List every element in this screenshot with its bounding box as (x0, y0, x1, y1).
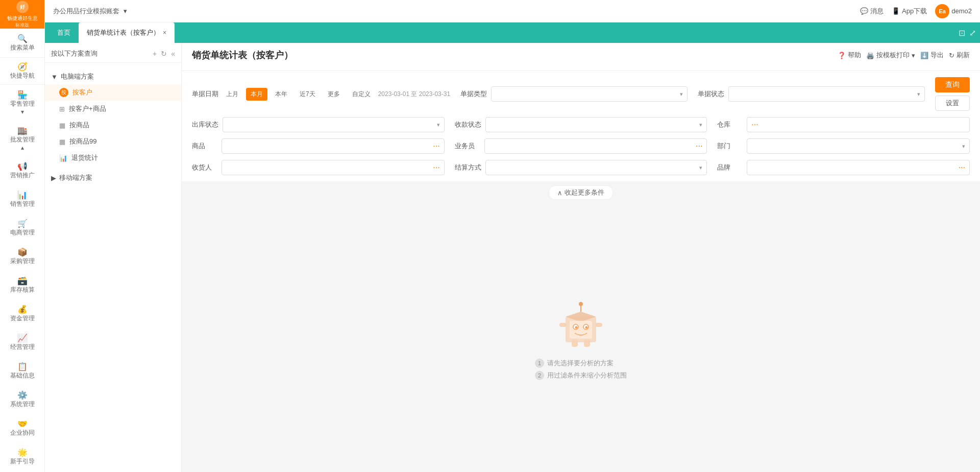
date-btn-this-year[interactable]: 本年 (271, 88, 292, 101)
refresh-btn[interactable]: ↻ 刷新 (949, 51, 970, 60)
collapse-panel-icon[interactable]: « (171, 50, 175, 58)
tab-active[interactable]: 销货单统计表（按客户） × (79, 22, 175, 43)
salesman-label: 业务员 (455, 141, 480, 151)
scheme-item-goods99[interactable]: ▦ 按商品99 (45, 133, 181, 150)
tab-bar-actions: ⊡ ⤢ (959, 28, 976, 38)
sidebar-item-retail[interactable]: 🏪 零售管理 ▾ (0, 85, 44, 121)
brand-select[interactable]: ··· (747, 160, 970, 175)
export-label: 导出 (930, 51, 944, 60)
warehouse-select[interactable]: ··· (747, 117, 970, 132)
by-customer-icon: 按 (59, 88, 68, 97)
user-menu[interactable]: Ea demo2 (935, 4, 972, 18)
tab-minimize-icon[interactable]: ⊡ (959, 28, 965, 38)
left-panel: 按以下方案查询 + ↻ « ▼ 电脑端方案 按 按客户 (45, 43, 182, 472)
payment-status-select[interactable]: ▾ (485, 117, 707, 132)
help-btn[interactable]: ❓ 帮助 (838, 51, 861, 60)
scheme-item-customer-goods[interactable]: ⊞ 按客户+商品 (45, 101, 181, 117)
enterprise-label: 企业协同 (10, 429, 35, 437)
setting-button[interactable]: 设置 (935, 96, 970, 111)
enterprise-icon: 🤝 (17, 419, 28, 429)
tab-maximize-icon[interactable]: ⤢ (969, 28, 976, 38)
payment-status-dropdown-icon: ▾ (699, 122, 702, 128)
message-btn[interactable]: 💬 消息 (860, 7, 884, 16)
sales-label: 销售管理 (10, 200, 35, 208)
left-panel-actions: + ↻ « (153, 50, 175, 58)
sidebar-item-sales[interactable]: 📊 销售管理 (0, 185, 44, 214)
salesman-select[interactable]: ··· (484, 138, 707, 154)
export-btn[interactable]: ⬇️ 导出 (920, 51, 944, 60)
sidebar-item-business[interactable]: 📈 经营管理 (0, 328, 44, 357)
scheme-item-by-goods[interactable]: ▦ 按商品 (45, 117, 181, 133)
print-btn[interactable]: 🖨️ 按模板打印 ▾ (866, 51, 915, 60)
return-stats-label: 退货统计 (71, 153, 98, 162)
goods-dots[interactable]: ··· (433, 141, 439, 151)
tip-num-1: 1 (535, 359, 544, 368)
date-btn-more[interactable]: 更多 (323, 88, 345, 101)
order-type-select[interactable]: ▾ (491, 86, 688, 102)
refresh-label: 刷新 (957, 51, 970, 60)
desktop-group-label: 电脑端方案 (61, 72, 94, 81)
warehouse-label: 仓库 (717, 120, 743, 129)
scheme-group-mobile-header[interactable]: ▶ 移动端方案 (45, 170, 181, 185)
date-btn-7days[interactable]: 近7天 (295, 88, 320, 101)
delivery-select[interactable]: ▾ (223, 117, 445, 132)
sidebar-item-marketing[interactable]: 📢 营销推广 (0, 156, 44, 185)
industry-dropdown-icon[interactable]: ▾ (124, 7, 127, 15)
sidebar-item-wholesale[interactable]: 🏬 批发管理 ▴ (0, 121, 44, 156)
order-status-select[interactable]: ▾ (728, 86, 925, 102)
refresh-icon: ↻ (949, 52, 954, 59)
date-range: 2023-03-01 至 2023-03-31 (378, 90, 450, 99)
date-btn-last-month[interactable]: 上月 (222, 88, 243, 101)
brand-label: 品牌 (717, 163, 743, 172)
sidebar-item-finance[interactable]: 💰 资金管理 (0, 299, 44, 328)
add-scheme-icon[interactable]: + (153, 50, 157, 58)
payment-method-select[interactable]: ▾ (485, 160, 707, 175)
home-tab-label: 首页 (57, 28, 70, 37)
date-btn-this-month[interactable]: 本月 (246, 88, 267, 101)
goods-select[interactable]: ··· (222, 138, 445, 154)
sales-icon: 📊 (17, 190, 28, 200)
sidebar-quick-nav[interactable]: 🧭 快捷导航 (0, 58, 44, 85)
scheme-group-desktop-header[interactable]: ▼ 电脑端方案 (45, 69, 181, 84)
svg-rect-4 (570, 321, 592, 339)
active-tab-label: 销货单统计表（按客户） (87, 28, 160, 37)
receiver-label: 收货人 (192, 163, 217, 172)
order-status-label: 单据状态 (698, 89, 724, 99)
svg-text:好: 好 (19, 4, 26, 10)
query-button[interactable]: 查询 (935, 77, 970, 92)
refresh-scheme-icon[interactable]: ↻ (161, 50, 167, 58)
app-download-btn[interactable]: 📱 App下载 (892, 7, 927, 16)
filter-row-1: 单据日期 上月 本月 本年 近7天 更多 自定义 2023-03-01 至 20… (192, 77, 970, 111)
date-btn-custom[interactable]: 自定义 (348, 88, 375, 101)
date-filter: 上月 本月 本年 近7天 更多 自定义 (222, 88, 375, 101)
right-content: 销货单统计表（按客户） ❓ 帮助 🖨️ 按模板打印 ▾ ⬇️ (182, 43, 980, 472)
logo-icon: 好 (14, 0, 31, 14)
scheme-item-by-customer[interactable]: 按 按客户 (45, 84, 181, 101)
wholesale-icon: 🏬 (17, 126, 28, 135)
compass-icon: 🧭 (17, 62, 28, 72)
basic-label: 基础信息 (10, 371, 35, 380)
sidebar-item-newbie[interactable]: 🌟 新手引导 (0, 442, 44, 471)
sidebar-item-basic[interactable]: 📋 基础信息 (0, 357, 44, 385)
warehouse-dots[interactable]: ··· (751, 120, 758, 129)
sidebar-item-procurement[interactable]: 📦 采购管理 (0, 242, 44, 271)
sidebar-item-enterprise[interactable]: 🤝 企业协同 (0, 414, 44, 442)
tab-close-icon[interactable]: × (163, 29, 166, 36)
brand-dots[interactable]: ··· (959, 163, 965, 172)
marketing-icon: 📢 (17, 161, 28, 171)
salesman-dots[interactable]: ··· (696, 141, 702, 151)
sidebar-item-ecommerce[interactable]: 🛒 电商管理 (0, 214, 44, 242)
tab-home[interactable]: 首页 (49, 22, 79, 43)
sidebar-item-system[interactable]: ⚙️ 系统管理 (0, 385, 44, 414)
receiver-select[interactable]: ··· (222, 160, 445, 175)
sidebar-item-inventory[interactable]: 🗃️ 库存核算 (0, 271, 44, 299)
sidebar-search[interactable]: 🔍 搜索菜单 (0, 29, 44, 58)
receiver-dots[interactable]: ··· (433, 163, 439, 172)
collapse-btn[interactable]: ∧ 收起更多条件 (549, 185, 613, 200)
scheme-item-return-stats[interactable]: 📊 退货统计 (45, 150, 181, 166)
header-left: 办公用品行业模拟账套 ▾ (53, 7, 127, 16)
tab-bar: 首页 销货单统计表（按客户） × ⊡ ⤢ (45, 22, 980, 43)
svg-point-7 (575, 326, 578, 328)
message-icon: 💬 (860, 7, 868, 15)
department-select[interactable]: ▾ (747, 138, 970, 154)
